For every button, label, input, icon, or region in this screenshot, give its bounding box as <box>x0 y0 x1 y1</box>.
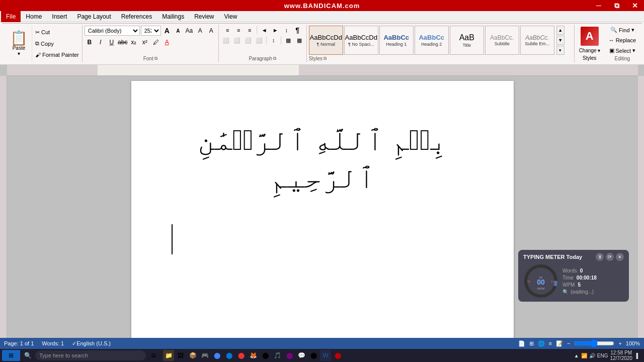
strikethrough-button[interactable]: abc <box>118 37 128 47</box>
tray-volume[interactable]: 🔊 <box>589 353 595 358</box>
paste-button[interactable]: 📋 Paste ▾ <box>6 26 32 61</box>
font-color-button[interactable]: A <box>162 37 172 47</box>
taskbar-app3[interactable]: ⬤ <box>235 350 247 361</box>
styles-scroll-up[interactable]: ▲ <box>556 26 565 35</box>
paragraph-expand-icon[interactable]: ⧉ <box>273 56 276 61</box>
tray-network[interactable]: 📶 <box>581 353 587 358</box>
sort-button[interactable]: ↕ <box>281 26 291 35</box>
font-family-select[interactable]: Calibri (Body) <box>85 26 140 36</box>
close-icon[interactable]: ✕ <box>626 0 644 11</box>
tray-chevron[interactable]: ▲ <box>574 353 579 358</box>
styles-expand-icon[interactable]: ⧉ <box>324 56 327 61</box>
align-left-button[interactable]: ⬜ <box>221 36 231 45</box>
menu-mailings[interactable]: Mailings <box>157 11 189 22</box>
search-taskbar-button[interactable]: 🔍 <box>22 350 33 361</box>
view-print[interactable]: 📄 <box>518 340 525 347</box>
change-styles-button[interactable]: Change ▾ <box>579 48 600 53</box>
cut-button[interactable]: ✂ Cut <box>34 29 80 36</box>
language-indicator[interactable]: English (U.S.) <box>76 340 111 346</box>
right-scrollbar[interactable] <box>638 76 644 338</box>
restore-icon[interactable]: ⧉ <box>608 0 626 11</box>
menu-references[interactable]: References <box>116 11 157 22</box>
style-normal[interactable]: AaBbCcDd ¶ Normal <box>309 26 343 55</box>
replace-button[interactable]: ↔ Replace <box>607 36 638 44</box>
font-size-select[interactable]: 252 <box>141 26 161 36</box>
taskbar-app2[interactable]: 🎮 <box>199 350 210 361</box>
align-center-button[interactable]: ⬜ <box>232 36 242 45</box>
taskbar-photos[interactable]: 🖼 <box>175 350 186 361</box>
subscript-button[interactable]: x₂ <box>129 37 139 47</box>
styles-more[interactable]: ▾ <box>556 46 565 55</box>
taskbar-whatsapp[interactable]: 💬 <box>296 350 307 361</box>
copy-button[interactable]: ⧉ Copy <box>34 40 80 47</box>
bullets-button[interactable]: ≡ <box>222 26 232 35</box>
meter-close-button[interactable]: ✕ <box>616 253 624 261</box>
zoom-in[interactable]: + <box>618 340 621 346</box>
view-fullscreen[interactable]: ⊞ <box>529 340 534 347</box>
menu-file[interactable]: File <box>1 11 21 22</box>
view-draft[interactable]: 📝 <box>556 340 563 347</box>
menu-review[interactable]: Review <box>189 11 219 22</box>
style-subtitle[interactable]: AaBbCc. Subtitle <box>485 26 519 55</box>
task-view-button[interactable]: ⧉ <box>148 350 159 361</box>
start-button[interactable]: ⊞ <box>2 350 20 361</box>
taskbar-search-bar[interactable]: Type here to search <box>35 350 146 360</box>
highlight-button[interactable]: 🖊 <box>151 37 161 47</box>
window-controls[interactable]: ─ ⧉ ✕ <box>590 0 644 11</box>
select-button[interactable]: ▣ Select ▾ <box>607 46 638 55</box>
font-shrink-button[interactable]: A <box>173 26 183 36</box>
zoom-slider[interactable] <box>574 339 614 347</box>
clear-format-button[interactable]: A <box>195 26 205 36</box>
font-grow-button[interactable]: A <box>162 26 172 36</box>
find-button[interactable]: 🔍 Find ▾ <box>608 26 636 34</box>
meter-pause-button[interactable]: ⏸ <box>596 253 604 261</box>
shading-button[interactable]: ▦ <box>283 36 293 45</box>
style-no-spacing[interactable]: AaBbCcDd ¶ No Spaci... <box>344 26 378 55</box>
tray-language[interactable]: ENG <box>597 353 608 358</box>
system-clock[interactable]: 12:58 PM 12/7/2020 <box>610 350 632 361</box>
font-expand-icon[interactable]: ⧉ <box>154 56 157 61</box>
meter-controls[interactable]: ⏸ ⟳ ✕ <box>596 253 624 261</box>
increase-indent-button[interactable]: ► <box>270 26 280 35</box>
style-title[interactable]: AaB Title <box>450 26 484 55</box>
taskbar-firefox[interactable]: 🦊 <box>248 350 259 361</box>
show-hide-button[interactable]: ¶ <box>292 26 302 35</box>
view-web[interactable]: 🌐 <box>538 340 545 347</box>
align-right-button[interactable]: ⬜ <box>243 36 253 45</box>
styles-scroll-down[interactable]: ▼ <box>556 36 565 45</box>
change-case-button[interactable]: Aa <box>184 26 194 36</box>
taskbar-vlc[interactable]: 🎵 <box>272 350 283 361</box>
cursor-area[interactable] <box>172 217 473 254</box>
format-painter-button[interactable]: 🖌 Format Painter <box>34 51 80 58</box>
taskbar-app1[interactable]: 📦 <box>187 350 198 361</box>
menu-view[interactable]: View <box>219 11 243 22</box>
superscript-button[interactable]: x² <box>140 37 150 47</box>
borders-button[interactable]: ▦ <box>294 36 304 45</box>
bold-button[interactable]: B <box>85 37 95 47</box>
decrease-indent-button[interactable]: ◄ <box>259 26 269 35</box>
minimize-icon[interactable]: ─ <box>590 0 608 11</box>
italic-button[interactable]: I <box>96 37 106 47</box>
taskbar-explorer[interactable]: 📁 <box>163 350 174 361</box>
show-desktop-button[interactable]: ▐ <box>634 353 638 358</box>
text-effects-button[interactable]: A <box>206 26 216 36</box>
line-spacing-button[interactable]: ↕ <box>269 36 279 45</box>
underline-button[interactable]: U <box>107 37 117 47</box>
justify-button[interactable]: ⬜ <box>254 36 264 45</box>
style-subtle-emphasis[interactable]: AaBbCc. Subtle Em... <box>520 26 554 55</box>
taskbar-word[interactable]: W <box>320 350 331 361</box>
zoom-out[interactable]: − <box>567 340 570 346</box>
menu-page-layout[interactable]: Page Layout <box>72 11 116 22</box>
meter-refresh-button[interactable]: ⟳ <box>606 253 614 261</box>
taskbar-app6[interactable]: ⬤ <box>308 350 319 361</box>
taskbar-app4[interactable]: ⬤ <box>260 350 271 361</box>
numbering-button[interactable]: ≡ <box>233 26 244 35</box>
taskbar-app7[interactable]: ⬤ <box>332 350 343 361</box>
menu-home[interactable]: Home <box>21 11 47 22</box>
style-heading1[interactable]: AaBbCc Heading 1 <box>379 26 414 55</box>
taskbar-chrome[interactable]: ⬤ <box>211 350 222 361</box>
multilevel-button[interactable]: ≡ <box>245 26 255 35</box>
taskbar-edge[interactable]: ⬤ <box>223 350 234 361</box>
style-heading2[interactable]: AaBbCc Heading 2 <box>415 26 449 55</box>
view-outline[interactable]: ≡ <box>549 340 552 346</box>
